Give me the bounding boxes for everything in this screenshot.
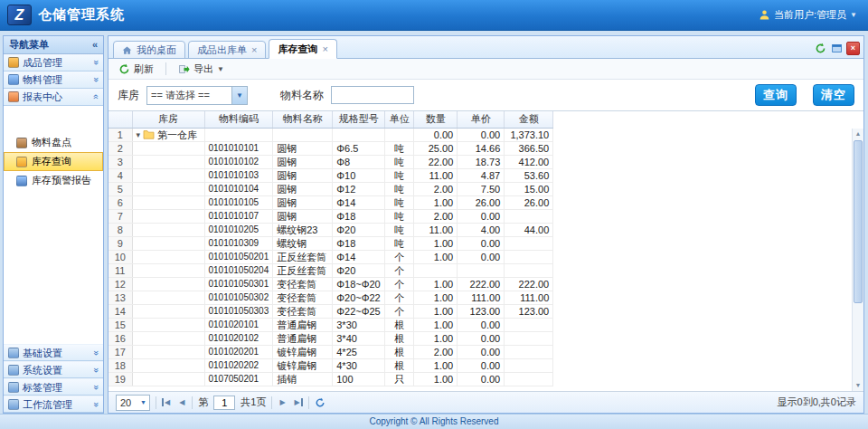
sidebar: 导航菜单 « 成品管理 » 物料管理 » 报表中心 » 物 [3,35,104,414]
group-label: 基础设置 [23,345,62,361]
table-row[interactable]: 17 0101020201 镀锌扁钢 4*25 根 2.00 0.00 [108,345,553,358]
table-row[interactable]: 4 0101010103 圆钢 Φ10 吨 11.00 4.87 53.60 [108,168,553,182]
tab-my-desktop[interactable]: 我的桌面 [113,41,185,59]
stocktake-icon [16,138,27,148]
page-size-select[interactable]: 20 ▼ [116,395,150,411]
cell-price: 7.50 [458,182,505,195]
row-number: 5 [108,182,132,195]
user-menu[interactable]: 当前用户:管理员 ▼ [759,8,857,22]
pager-separator [271,396,272,409]
table-row-warehouse[interactable]: 1 ▾ 第一仓库 0.0 [108,128,553,141]
restore-window-icon[interactable] [830,42,844,55]
next-page-icon[interactable]: ▶ [278,398,287,406]
page-size-value: 20 [117,397,140,408]
cell-code: 0101010107 [204,209,273,223]
refresh-button[interactable]: 刷新 [114,62,158,77]
export-button[interactable]: 导出 ▼ [174,62,229,77]
close-icon[interactable]: × [251,42,257,58]
tree-expand-icon[interactable]: ▾ [137,129,141,141]
cell-price: 18.73 [458,155,505,168]
page-number-input[interactable] [213,396,235,410]
sidebar-item-inventory-alert[interactable]: 库存预警报告 [4,171,103,190]
table-row[interactable]: 16 0101020102 普通扁钢 3*40 根 1.00 0.00 [108,331,553,345]
tab-inventory-query[interactable]: 库存查询 × [269,39,336,59]
group-label: 报表中心 [23,89,62,105]
refresh-panel-icon[interactable] [814,42,827,55]
cell-price: 111.00 [458,291,505,304]
group-label: 标签管理 [23,379,62,396]
scrollbar-thumb[interactable] [854,140,863,303]
table-row[interactable]: 6 0101010105 圆钢 Φ14 吨 1.00 26.00 26.00 [108,195,553,209]
column-header-price[interactable]: 单价 [458,111,505,128]
table-row[interactable]: 19 0107050201 插销 100 只 1.00 0.00 [108,372,553,386]
cell-amount: 111.00 [505,291,553,304]
cell-name: 变径套筒 [273,291,333,304]
close-icon[interactable]: × [322,41,327,57]
vertical-scrollbar[interactable]: ▲ ▼ [852,129,863,391]
cell-amount [505,209,553,223]
sidebar-group-reports[interactable]: 报表中心 » [4,89,103,106]
cell-spec: Φ18 [333,236,385,250]
table-row[interactable]: 8 0101010205 螺纹钢23 Φ20 吨 11.00 4.00 44.0… [108,223,553,236]
material-icon [8,74,19,85]
nav-item-label: 库存预警报告 [32,174,91,187]
table-row[interactable]: 14 010101050303 变径套筒 Φ22~Φ25 个 1.00 123.… [108,304,553,318]
cell-spec: Φ8 [333,155,385,168]
column-header-unit[interactable]: 单位 [385,111,414,128]
column-header-qty[interactable]: 数量 [414,111,458,128]
table-row[interactable]: 10 010101050201 正反丝套筒 Φ14 个 1.00 0.00 [108,250,553,263]
scrollbar-up-icon[interactable]: ▲ [853,129,863,139]
sidebar-item-stocktake[interactable]: 物料盘点 [4,133,103,152]
sidebar-group-finished-goods[interactable]: 成品管理 » [4,54,103,72]
footer: Copyright © All Rights Reserved [0,414,868,429]
cell-price: 4.00 [458,223,505,236]
column-header-spec[interactable]: 规格型号 [333,111,385,128]
cell-qty: 2.00 [414,345,458,358]
material-name-input[interactable] [331,86,414,104]
table-row[interactable]: 7 0101010107 圆钢 Φ18 吨 2.00 0.00 [108,209,553,223]
table-row[interactable]: 13 010101050302 变径套筒 Φ20~Φ22 个 1.00 111.… [108,291,553,304]
table-row[interactable]: 5 0101010104 圆钢 Φ12 吨 2.00 7.50 15.00 [108,182,553,195]
table-row[interactable]: 11 010101050204 正反丝套筒 Φ20 个 [108,263,553,277]
cell-spec: Φ20 [333,223,385,236]
table-row[interactable]: 9 0101010309 螺纹钢 Φ18 吨 1.00 0.00 [108,236,553,250]
close-panel-icon[interactable]: × [846,42,860,55]
sidebar-group-workflow[interactable]: 工作流管理 » [4,396,103,413]
cell-price: 0.00 [458,345,505,358]
last-page-icon[interactable]: ▶ [293,398,303,406]
cell-qty: 2.00 [414,182,458,195]
row-number: 17 [108,345,132,358]
tab-outbound-order[interactable]: 成品出库单 × [188,41,266,59]
column-header-amount[interactable]: 金额 [505,111,553,128]
column-header-code[interactable]: 物料编码 [204,111,273,128]
sidebar-group-materials[interactable]: 物料管理 » [4,72,103,89]
cell-unit: 吨 [385,236,414,250]
row-number: 10 [108,250,132,263]
warehouse-select[interactable]: == 请选择 == ▼ [146,86,248,105]
search-button[interactable]: 查询 [755,84,797,106]
table-row[interactable]: 15 0101020101 普通扁钢 3*30 根 1.00 0.00 [108,318,553,331]
table-row[interactable]: 12 010101050301 变径套筒 Φ18~Φ20 个 1.00 222.… [108,277,553,291]
table-header-row: 库房 物料编码 物料名称 规格型号 单位 数量 单价 金额 [108,111,553,128]
table-row[interactable]: 3 0101010102 圆钢 Φ8 吨 22.00 18.73 412.00 [108,155,553,168]
table-row[interactable]: 2 0101010101 圆钢 Φ6.5 吨 25.00 14.66 366.5… [108,141,553,155]
clear-button[interactable]: 清空 [813,84,854,106]
sidebar-group-basic-settings[interactable]: 基础设置 » [4,344,103,361]
sidebar-group-label-management[interactable]: 标签管理 » [4,378,103,396]
sidebar-group-system-settings[interactable]: 系统设置 » [4,361,103,378]
column-header-warehouse[interactable]: 库房 [132,111,204,128]
scrollbar-down-icon[interactable]: ▼ [853,380,863,391]
prev-page-icon[interactable]: ◀ [177,398,186,406]
table-row[interactable]: 18 0101020202 镀锌扁钢 4*30 根 1.00 0.00 [108,358,553,372]
cell-unit: 个 [385,250,414,263]
cell-qty: 1.00 [414,250,458,263]
reload-icon[interactable] [315,397,326,408]
column-header-name[interactable]: 物料名称 [273,111,333,128]
cell-unit: 根 [385,318,414,331]
combo-arrow-icon[interactable]: ▼ [231,87,247,104]
cell-warehouse [132,358,204,372]
sidebar-item-inventory-query[interactable]: 库存查询 [4,152,103,171]
collapse-sidebar-icon[interactable]: « [92,36,98,53]
cell-amount: 366.50 [505,141,553,155]
first-page-icon[interactable]: ◀ [162,398,172,406]
